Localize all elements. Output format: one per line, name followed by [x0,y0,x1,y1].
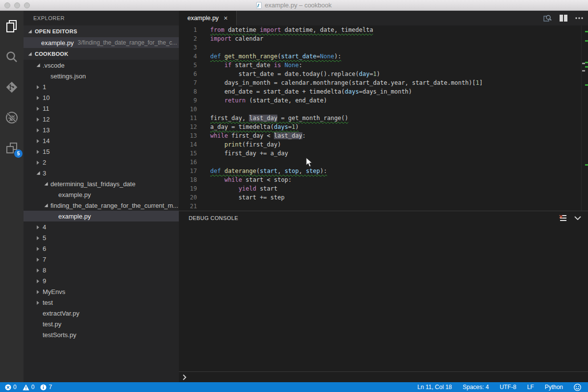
tree-item[interactable]: 13 [24,124,179,135]
tree-item[interactable]: test.py [24,318,179,329]
code-line[interactable]: 5 if start_date is None: [179,61,580,70]
close-window-button[interactable] [4,2,10,8]
smiley-icon[interactable] [574,384,581,391]
tree-item[interactable]: 8 [24,265,179,275]
chevron-expanded-icon [43,180,49,188]
indentation-setting[interactable]: Spaces: 4 [463,384,489,391]
tab-example-py[interactable]: example.py × [179,11,237,25]
activity-explorer-button[interactable] [4,19,20,34]
panel-header: DEBUG CONSOLE ✕ [179,211,588,225]
code-line[interactable]: 3 [179,43,580,52]
overview-ruler[interactable] [581,25,588,211]
traffic-lights[interactable] [4,2,30,8]
tree-item-label: example.py [58,213,91,220]
debug-console-input[interactable] [179,371,588,382]
code-line[interactable]: 9 return (start_date, end_date) [179,96,580,105]
tree-item[interactable]: 15 [24,146,179,157]
code-editor[interactable]: 1from datetime import datetime, date, ti… [179,25,588,211]
tree-item[interactable]: 2 [24,157,179,168]
code-line[interactable]: 10 [179,105,580,114]
tree-item-label: 4 [43,223,46,231]
info-indicator[interactable]: 7 [40,384,52,391]
more-actions-icon[interactable] [575,17,583,19]
warning-count: 0 [31,384,35,391]
code-line[interactable]: 14 print(first_day) [179,140,580,149]
code-line[interactable]: 16 [179,158,580,167]
tree-item[interactable]: determining_last_fridays_date [24,178,179,189]
tree-item[interactable]: 12 [24,114,179,124]
tree-item[interactable]: example.py [24,211,179,221]
language-mode[interactable]: Python [545,384,563,391]
preview-icon[interactable] [543,14,552,23]
tree-item[interactable]: 1 [24,81,179,92]
tree-item[interactable]: 14 [24,135,179,146]
editor-group: example.py × 1from datetime import [179,11,588,382]
code-text: def get_month_range(start_date=None): [210,53,341,60]
tree-item[interactable]: 3 [24,168,179,178]
tree-item[interactable]: .vscode [24,60,179,71]
code-line[interactable]: 4def get_month_range(start_date=None): [179,52,580,61]
code-text: import calendar [210,35,263,42]
problems-indicator[interactable]: 0 [5,384,17,391]
tree-item-label: 10 [43,94,49,101]
tab-close-icon[interactable]: × [223,14,227,22]
cursor-position[interactable]: Ln 11, Col 18 [417,384,452,391]
open-editor-description: 3/finding_the_date_range_for_the_c... [77,39,177,46]
zoom-window-button[interactable] [24,2,30,8]
code-line[interactable]: 11first_day, last_day = get_month_range(… [179,114,580,122]
encoding-setting[interactable]: UTF-8 [500,384,516,391]
chevron-down-icon[interactable] [574,216,581,220]
tree-item[interactable]: 5 [24,232,179,243]
tree-item[interactable]: testSorts.py [24,329,179,340]
tree-item-label: 15 [43,148,49,155]
tree-item[interactable]: settings.json [24,71,179,81]
tree-item[interactable]: 11 [24,103,179,114]
folder-section-header[interactable]: COOKBOOK [24,48,179,60]
tree-item[interactable]: 7 [24,254,179,265]
code-line[interactable]: 19 yield start [179,184,580,193]
code-line[interactable]: 8 end_date = start_date + timedelta(days… [179,87,580,96]
minimize-window-button[interactable] [14,2,20,8]
code-line[interactable]: 1from datetime import datetime, date, ti… [179,25,580,34]
tree-item[interactable]: MyEnvs [24,286,179,297]
activity-debug-button[interactable] [4,110,20,125]
code-text: days_in_month = calendar.monthrange(star… [210,79,483,86]
debug-console-output[interactable] [179,225,588,371]
split-editor-icon[interactable] [560,15,567,22]
code-line[interactable]: 21 [179,202,580,211]
code-line[interactable]: 17def daterange(start, stop, step): [179,167,580,175]
ruler-warning-mark [585,84,588,86]
tree-item-label: 2 [43,159,46,166]
code-line[interactable]: 13while first_day < last_day: [179,131,580,140]
clear-console-icon[interactable]: ✕ [559,215,566,221]
ruler-warning-mark [585,40,588,42]
tree-item[interactable]: 6 [24,243,179,254]
tree-item-label: .vscode [43,62,65,69]
eol-setting[interactable]: LF [527,384,534,391]
warnings-indicator[interactable]: 0 [23,384,35,391]
code-text: a_day = timedelta(days=1) [210,123,299,130]
tree-item[interactable]: 9 [24,275,179,286]
tree-item[interactable]: example.py [24,189,179,200]
code-line[interactable]: 7 days_in_month = calendar.monthrange(st… [179,78,580,87]
word-highlight: last_day [249,115,277,122]
tree-item-label: 9 [43,277,46,285]
tree-item[interactable]: 4 [24,221,179,232]
tree-item[interactable]: finding_the_date_range_for_the_current_m… [24,200,179,211]
code-line[interactable]: 15 first_day += a_day [179,149,580,158]
activity-source-control-button[interactable] [4,79,20,95]
tree-item-label: example.py [58,191,91,198]
tree-item[interactable]: test [24,297,179,308]
activity-extensions-button[interactable]: 5 [4,140,20,156]
code-line[interactable]: 6 start_date = date.today().replace(day=… [179,70,580,78]
code-line[interactable]: 20 start += step [179,193,580,202]
open-editor-entry[interactable]: example.py 3/finding_the_date_range_for_… [24,37,179,48]
tree-item-label: 3 [43,170,46,177]
code-line[interactable]: 12a_day = timedelta(days=1) [179,122,580,131]
tree-item[interactable]: 10 [24,92,179,103]
open-editors-header[interactable]: OPEN EDITORS [24,25,179,37]
tree-item[interactable]: extractVar.py [24,308,179,318]
code-line[interactable]: 2import calendar [179,34,580,43]
activity-search-button[interactable] [4,49,20,65]
code-line[interactable]: 18 while start < stop: [179,175,580,184]
